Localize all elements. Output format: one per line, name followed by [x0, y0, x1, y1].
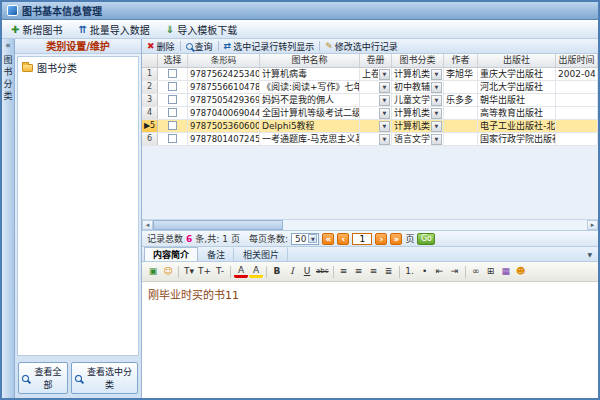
- scrollbar-track[interactable]: [283, 220, 587, 230]
- per-page-label: 每页条数:: [249, 232, 288, 245]
- unordered-list-icon[interactable]: •: [418, 265, 432, 279]
- barcode-cell: 9787505429369: [188, 94, 260, 106]
- column-header-date[interactable]: 出版时间: [556, 54, 598, 67]
- table-row[interactable]: 19787562425340计算机病毒上卷▼计算机类▼李旭华重庆大学出版社200…: [142, 68, 598, 81]
- align-left-icon[interactable]: ≡: [337, 265, 351, 279]
- row-number: 4: [142, 107, 158, 119]
- indent-icon[interactable]: ⇥: [448, 265, 462, 279]
- separator: [465, 266, 466, 278]
- category-dropdown-icon[interactable]: ▼: [431, 108, 442, 119]
- volume-dropdown-icon[interactable]: ▼: [379, 121, 390, 132]
- view-selected-category-button[interactable]: 查看选中分类: [71, 362, 138, 394]
- tab-related-images[interactable]: 相关图片: [234, 247, 288, 261]
- outdent-icon[interactable]: ⇤: [433, 265, 447, 279]
- link-icon[interactable]: ∞: [469, 265, 483, 279]
- app-icon: [7, 5, 18, 16]
- bold-icon[interactable]: B: [270, 265, 284, 279]
- category-dropdown-icon[interactable]: ▼: [431, 69, 442, 80]
- batch-import-button[interactable]: ⇈批量导入数据: [74, 21, 153, 38]
- delete-button[interactable]: ✖删除: [147, 40, 175, 53]
- table-row[interactable]: 69787801407245一考通题库-马克思主义基本原理概论▼语言文学类▼国家…: [142, 133, 598, 146]
- volume-dropdown-icon[interactable]: ▼: [379, 108, 390, 119]
- pin-icon[interactable]: ▼: [583, 251, 596, 258]
- page-input[interactable]: [352, 233, 372, 245]
- collapsed-panel-label[interactable]: 图书分类: [2, 55, 15, 103]
- table-row[interactable]: 49787040069044全国计算机等级考试二级教程-Pascal语言程序设计…: [142, 107, 598, 120]
- category-dropdown-icon[interactable]: ▼: [431, 95, 442, 106]
- horizontal-scrollbar[interactable]: ◂ ▸: [142, 219, 598, 230]
- highlight-color-icon[interactable]: A: [249, 265, 263, 278]
- ordered-list-icon[interactable]: 1.: [403, 265, 417, 279]
- align-center-icon[interactable]: ≡: [352, 265, 366, 279]
- edit-selected-button[interactable]: ✎修改选中行记录: [325, 40, 398, 53]
- category-tree: 图书分类: [17, 56, 139, 356]
- align-justify-icon[interactable]: ≣: [382, 265, 396, 279]
- column-header-pub[interactable]: 出版社: [478, 54, 556, 67]
- strikethrough-icon[interactable]: abc: [315, 265, 330, 279]
- first-page-button[interactable]: «: [322, 233, 334, 245]
- scrollbar-thumb[interactable]: [153, 220, 283, 230]
- align-right-icon[interactable]: ≡: [367, 265, 381, 279]
- column-header-vol[interactable]: 卷册: [360, 54, 392, 67]
- row-checkbox[interactable]: [168, 69, 177, 78]
- prev-page-button[interactable]: ‹: [337, 233, 349, 245]
- row-checkbox[interactable]: [168, 95, 177, 104]
- image-icon[interactable]: ▣: [146, 265, 160, 279]
- font-color-icon[interactable]: A: [234, 265, 248, 278]
- column-header-bar[interactable]: 条形码: [188, 54, 260, 67]
- smiley-icon[interactable]: ☻: [514, 265, 528, 279]
- column-header-sel[interactable]: 选择: [158, 54, 188, 67]
- tab-notes[interactable]: 备注: [198, 247, 234, 261]
- table-row[interactable]: 39787505429369妈妈不是我的佣人▼儿童文学▼乐多多朝华出版社: [142, 94, 598, 107]
- row-checkbox[interactable]: [168, 108, 177, 117]
- row-checkbox[interactable]: [168, 82, 177, 91]
- volume-dropdown-icon[interactable]: ▼: [379, 134, 390, 145]
- underline-icon[interactable]: U: [300, 265, 314, 279]
- font-grow-icon[interactable]: T+: [197, 265, 212, 279]
- query-button[interactable]: 查询: [186, 40, 213, 53]
- go-button[interactable]: Go: [417, 233, 435, 245]
- publisher-cell: 高等教育出版社: [478, 107, 556, 119]
- table-row[interactable]: ▶59787505360600Delphi5教程▼计算机类▼电子工业出版社-北京: [142, 120, 598, 133]
- view-all-button[interactable]: 查看全部: [18, 362, 68, 394]
- collapse-left-icon[interactable]: «: [5, 39, 11, 52]
- per-page-select[interactable]: 50 ▼: [291, 233, 319, 245]
- book-name-cell: Delphi5教程: [260, 120, 360, 132]
- column-header-name[interactable]: 图书名称: [260, 54, 360, 67]
- row-checkbox[interactable]: [168, 134, 177, 143]
- italic-icon[interactable]: I: [285, 265, 299, 279]
- row-checkbox[interactable]: [168, 121, 177, 130]
- category-value: 初中教辅: [392, 81, 430, 93]
- volume-dropdown-icon[interactable]: ▼: [379, 69, 390, 80]
- palette-icon[interactable]: ▦: [499, 265, 513, 279]
- scroll-left-icon[interactable]: ◂: [142, 220, 153, 230]
- tab-content-intro[interactable]: 内容简介: [144, 247, 198, 261]
- next-page-button[interactable]: ›: [375, 233, 387, 245]
- volume-dropdown-icon[interactable]: ▼: [379, 95, 390, 106]
- column-header-auth[interactable]: 作者: [444, 54, 478, 67]
- scroll-right-icon[interactable]: ▸: [587, 220, 598, 230]
- select-cell: [158, 94, 188, 106]
- transpose-button[interactable]: ⇄选中记录行转列显示: [224, 40, 315, 53]
- emoticon-icon[interactable]: ☺: [161, 265, 175, 279]
- view-selected-icon: [75, 375, 82, 382]
- author-cell: 乐多多: [444, 94, 478, 106]
- add-book-button[interactable]: ✚新增图书: [7, 21, 66, 38]
- font-size-icon[interactable]: T▾: [182, 265, 196, 279]
- volume-dropdown-icon[interactable]: ▼: [379, 82, 390, 93]
- publisher-cell: 电子工业出版社-北京: [478, 120, 556, 132]
- publisher-cell: 重庆大学出版社: [478, 68, 556, 80]
- category-dropdown-icon[interactable]: ▼: [431, 121, 442, 132]
- publish-date-cell: 2002-04: [556, 68, 598, 80]
- table-row[interactable]: 29787556610478《阅读:阅读+写作》七年级▼初中教辅▼河北大学出版社: [142, 81, 598, 94]
- separator: [333, 266, 334, 278]
- table-icon[interactable]: ⊞: [484, 265, 498, 279]
- last-page-button[interactable]: »: [390, 233, 402, 245]
- content-editor[interactable]: 刚毕业时买的书11: [142, 282, 598, 398]
- template-download-button[interactable]: ⇓导入模板下载: [162, 21, 241, 38]
- font-shrink-icon[interactable]: T-: [213, 265, 227, 279]
- tree-item-book-category[interactable]: 图书分类: [18, 57, 138, 78]
- category-dropdown-icon[interactable]: ▼: [431, 134, 442, 145]
- column-header-cat[interactable]: 图书分类: [392, 54, 444, 67]
- category-dropdown-icon[interactable]: ▼: [431, 82, 442, 93]
